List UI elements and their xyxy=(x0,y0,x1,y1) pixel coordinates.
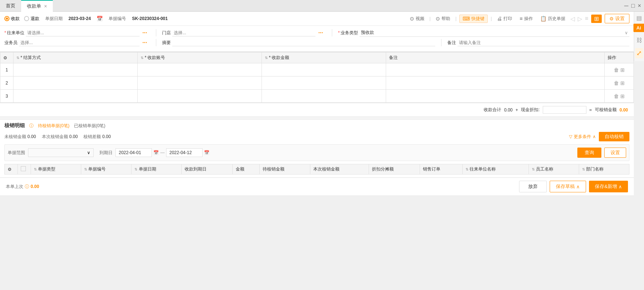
copy-row-3-icon[interactable]: ⊞ xyxy=(620,93,625,99)
date-to-input[interactable] xyxy=(166,148,203,157)
draft-arrow-icon: ∧ xyxy=(576,184,580,189)
keyboard-icon: ⌨ xyxy=(463,16,470,21)
section-divider xyxy=(0,117,634,119)
query-range-arrow-icon: ∨ xyxy=(87,150,90,155)
row-amount-2[interactable] xyxy=(262,77,386,90)
settings-small-button[interactable]: 设置 xyxy=(604,148,626,158)
row-note-1[interactable] xyxy=(386,63,605,77)
save-new-button[interactable]: 保存&新增 ∧ xyxy=(589,181,628,192)
select-all-checkbox[interactable] xyxy=(21,166,26,171)
bt-sort-cp-icon[interactable]: ⇅ xyxy=(466,167,468,171)
bt-th-settings[interactable]: ⚙ xyxy=(5,164,18,175)
discount-label: 现金折扣: xyxy=(521,107,539,113)
row-settlement-2[interactable] xyxy=(13,77,138,90)
help-btn[interactable]: ⊙ 帮助 xyxy=(433,15,452,23)
sort-account-icon[interactable]: ⇅ xyxy=(141,56,144,60)
row-note-2[interactable] xyxy=(386,77,605,90)
row-ops-2: 🗑 ⊞ xyxy=(605,77,634,90)
settings-icon: ⚙ xyxy=(609,16,614,21)
discount-input[interactable] xyxy=(543,106,586,114)
date-range-dash: — xyxy=(160,150,165,155)
query-range-select[interactable]: ∨ xyxy=(28,148,94,157)
delete-row-1-icon[interactable]: 🗑 xyxy=(614,67,619,73)
staff-more-icon[interactable]: ··· xyxy=(142,39,147,46)
row-account-2[interactable] xyxy=(138,77,262,90)
store-input[interactable] xyxy=(172,30,315,36)
save-draft-button[interactable]: 保存草稿 ∧ xyxy=(550,181,586,192)
date-from-input[interactable] xyxy=(115,148,152,157)
summary-label: 摘要 xyxy=(162,40,172,46)
tab-close-icon[interactable]: × xyxy=(44,3,47,9)
counterparty-input[interactable] xyxy=(26,30,140,36)
right-panel-expand-icon[interactable]: ⤢ xyxy=(635,48,643,58)
query-due-field: 到期日 📅 — 📅 xyxy=(99,148,209,157)
operations-btn[interactable]: ≡ 操作 xyxy=(517,15,535,23)
sort-amount-icon[interactable]: ⇅ xyxy=(265,56,268,60)
bt-settings-icon[interactable]: ⚙ xyxy=(8,167,12,172)
query-due-label: 到期日 xyxy=(99,150,113,156)
bt-sort-date-icon[interactable]: ⇅ xyxy=(134,167,137,171)
delete-row-3-icon[interactable]: 🗑 xyxy=(614,93,619,99)
abandon-button[interactable]: 放弃 xyxy=(519,181,547,192)
tab-home[interactable]: 首页 xyxy=(0,0,21,12)
store-more-icon[interactable]: ··· xyxy=(318,30,323,36)
row-ops-3: 🗑 ⊞ xyxy=(605,90,634,103)
receipt-table-area: ⚙ ⇅ * 结算方式 ⇅ * 收款账号 ⇅ * 收款金额 xyxy=(0,52,634,103)
row-account-3[interactable] xyxy=(138,90,262,103)
verify-info-icon[interactable]: ⓘ xyxy=(29,123,34,129)
row-settlement-1[interactable] xyxy=(13,63,138,77)
right-panel-icon-1[interactable]: ▤ xyxy=(636,15,642,21)
sum-value: 0.00 xyxy=(504,107,513,113)
bottom-info-icon[interactable]: ⓘ xyxy=(25,184,29,190)
bt-sort-type-icon[interactable]: ⇅ xyxy=(34,167,37,171)
staff-input[interactable] xyxy=(19,39,140,46)
radio-receipt[interactable]: 收款 xyxy=(4,16,20,22)
th-settings[interactable]: ⚙ xyxy=(0,52,13,63)
row-amount-3[interactable] xyxy=(262,90,386,103)
close-btn[interactable]: × xyxy=(638,3,641,9)
delete-row-2-icon[interactable]: 🗑 xyxy=(614,80,619,86)
more-conditions-btn[interactable]: ▽ 更多条件 ∧ xyxy=(569,134,596,140)
summary-input[interactable] xyxy=(172,39,435,46)
radio-refund[interactable]: 退款 xyxy=(24,16,39,22)
note-input[interactable] xyxy=(458,39,629,46)
counterparty-label: 往来单位 xyxy=(4,30,26,36)
quickkey-btn[interactable]: ⌨ 快捷键 xyxy=(459,15,488,23)
history-icon: 📋 xyxy=(540,16,546,21)
divider-3 xyxy=(156,39,156,46)
copy-row-2-icon[interactable]: ⊞ xyxy=(620,80,625,86)
sort-settlement-icon[interactable]: ⇅ xyxy=(16,56,19,60)
ai-label[interactable]: Ai xyxy=(633,24,644,32)
bt-sort-number-icon[interactable]: ⇅ xyxy=(84,167,87,171)
verify-header: 核销明细 ⓘ 待核销单据(0笔) 已核销单据(0笔) xyxy=(4,122,629,129)
print-btn[interactable]: 🖨 打印 xyxy=(495,15,514,23)
auto-verify-button[interactable]: 自动核销 xyxy=(599,132,629,141)
row-amount-1[interactable] xyxy=(262,63,386,77)
grid-btn[interactable]: ⊞ xyxy=(591,15,602,23)
tab-pending[interactable]: 待核销单据(0笔) xyxy=(38,123,70,129)
receipt-table: ⚙ ⇅ * 结算方式 ⇅ * 收款账号 ⇅ * 收款金额 xyxy=(0,52,634,103)
tab-active[interactable]: 收款单 × xyxy=(21,0,53,12)
radio-refund-label: 退款 xyxy=(31,16,39,22)
query-button[interactable]: 查询 xyxy=(577,148,601,158)
calendar-icon[interactable]: 📅 xyxy=(97,16,103,21)
row-note-3[interactable] xyxy=(386,90,605,103)
table-settings-icon[interactable]: ⚙ xyxy=(3,55,7,60)
copy-row-1-icon[interactable]: ⊞ xyxy=(620,67,625,73)
settings-button[interactable]: ⚙ ⚙ 设置 设置 xyxy=(605,14,629,23)
history-btn[interactable]: 📋 历史单据 xyxy=(538,15,568,23)
tab-done[interactable]: 已核销单据(0笔) xyxy=(74,123,106,129)
video-btn[interactable]: ⊙ 视频 xyxy=(408,15,427,23)
business-type-label: 业务类型 xyxy=(338,30,360,36)
row-account-1[interactable] xyxy=(138,63,262,77)
right-panel-link-icon[interactable]: ⛓ xyxy=(636,37,642,44)
maximize-btn[interactable]: □ xyxy=(631,3,635,9)
bt-sort-staff-icon[interactable]: ⇅ xyxy=(532,167,535,171)
top-toolbar: 收款 退款 单据日期 2023-03-24 📅 单据编号 SK-20230324… xyxy=(0,12,634,26)
bt-sort-dept-icon[interactable]: ⇅ xyxy=(582,167,585,171)
minimize-btn[interactable]: ─ xyxy=(624,3,628,9)
row-settlement-3[interactable] xyxy=(13,90,138,103)
business-type-select[interactable]: 预收款 ∨ xyxy=(360,29,629,37)
bt-th-current: 本次核销金额 xyxy=(310,164,369,175)
counterparty-more-icon[interactable]: ··· xyxy=(142,30,147,36)
